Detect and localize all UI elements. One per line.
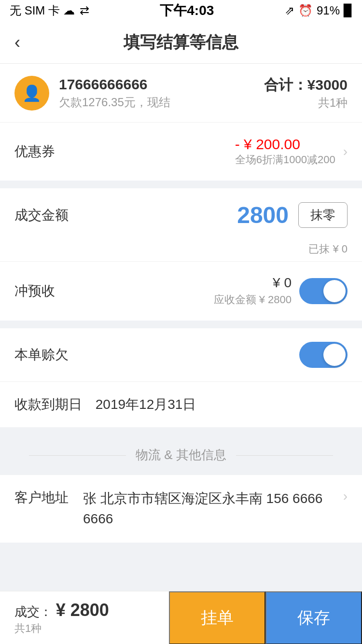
avatar-icon: 👤 <box>22 84 42 102</box>
deal-amount-row: 成交金额 2800 抹零 <box>0 188 362 242</box>
deal-amount-value: 2800 <box>237 202 289 228</box>
user-phone: 17666666666 <box>59 76 170 93</box>
total-count: 共1种 <box>264 95 348 111</box>
discount-value: - ¥ 200.00 <box>235 136 335 153</box>
bottom-deal-amount: ¥ 2800 <box>56 600 109 620</box>
credit-row: 本单赊欠 <box>0 328 362 381</box>
discount-chevron-icon: › <box>343 144 348 159</box>
due-date-row: 收款到期日 2019年12月31日 <box>0 381 362 427</box>
user-details: 17666666666 欠款1276.35元，现结 <box>59 76 170 110</box>
deal-amount-right: 2800 抹零 <box>237 202 348 228</box>
flush-prepay-value: ¥ 0 <box>214 275 292 291</box>
address-row[interactable]: 客户地址 张 北京市市辖区海淀区永丰南 156 6666 6666 › <box>0 475 362 543</box>
bottom-bar: 成交： ¥ 2800 共1种 挂单 保存 <box>0 591 362 644</box>
total-amount: 合计：¥3000 <box>264 75 348 95</box>
due-date-label-text: 收款到期日 <box>14 397 82 412</box>
status-bar: 无 SIM 卡 ☁ ⇄ 下午4:03 ⇗ ⏰ 91% ▉ <box>0 0 362 21</box>
page-title: 填写结算等信息 <box>124 31 238 54</box>
bottom-deal-line: 成交： ¥ 2800 <box>14 600 169 620</box>
user-info-card: 👤 17666666666 欠款1276.35元，现结 合计：¥3000 共1种… <box>0 64 362 181</box>
flush-prepay-sub: 应收金额 ¥ 2800 <box>214 293 292 307</box>
deal-amount-section: 成交金额 2800 抹零 已抹 ¥ 0 冲预收 ¥ 0 应收金额 ¥ 2800 <box>0 188 362 321</box>
deal-amount-sub: 已抹 ¥ 0 <box>0 242 362 261</box>
save-button[interactable]: 保存 <box>265 591 362 644</box>
no-sim-text: 无 SIM 卡 ☁ <box>10 3 75 18</box>
logistics-header-text: 物流 & 其他信息 <box>126 447 236 463</box>
content-area: 👤 17666666666 欠款1276.35元，现结 合计：¥3000 共1种… <box>0 64 362 644</box>
status-right: ⇗ ⏰ 91% ▉ <box>285 4 352 17</box>
status-left: 无 SIM 卡 ☁ ⇄ <box>10 3 89 18</box>
address-label: 客户地址 <box>14 489 69 507</box>
location-icon: ⇗ <box>285 4 294 17</box>
credit-label: 本单赊欠 <box>14 346 69 364</box>
bottom-deal-label: 成交： <box>14 604 52 619</box>
hold-button[interactable]: 挂单 <box>169 591 265 644</box>
flush-prepay-toggle[interactable] <box>299 278 348 304</box>
battery-text: 91% <box>317 4 340 17</box>
discount-row[interactable]: 优惠券 - ¥ 200.00 全场6折满1000减200 › <box>0 122 362 181</box>
credit-section: 本单赊欠 收款到期日 2019年12月31日 <box>0 328 362 427</box>
address-chevron-icon: › <box>343 489 348 504</box>
due-date-label: 收款到期日 2019年12月31日 <box>14 395 196 414</box>
user-row: 👤 17666666666 欠款1276.35元，现结 合计：¥3000 共1种 <box>0 64 362 122</box>
flush-prepay-row: 冲预收 ¥ 0 应收金额 ¥ 2800 <box>0 261 362 321</box>
bottom-count: 共1种 <box>14 621 169 636</box>
battery-icon: ▉ <box>344 4 352 17</box>
wifi-icon: ⇄ <box>80 4 89 17</box>
discount-sub: 全场6折满1000减200 <box>235 153 335 167</box>
discount-value-group: - ¥ 200.00 全场6折满1000减200 <box>235 136 335 167</box>
back-button[interactable]: ‹ <box>14 32 20 53</box>
flush-prepay-values: ¥ 0 应收金额 ¥ 2800 <box>214 275 292 307</box>
address-value: 张 北京市市辖区海淀区永丰南 156 6666 6666 <box>83 489 343 529</box>
bottom-info: 成交： ¥ 2800 共1种 <box>0 600 169 636</box>
due-date-value: 2019年12月31日 <box>96 397 196 412</box>
deal-amount-label: 成交金额 <box>14 206 69 224</box>
nav-bar: ‹ 填写结算等信息 <box>0 21 362 64</box>
avatar: 👤 <box>14 76 49 111</box>
logistics-section-header: 物流 & 其他信息 <box>0 435 362 475</box>
alarm-icon: ⏰ <box>298 4 313 17</box>
discount-right: - ¥ 200.00 全场6折满1000减200 › <box>235 136 348 167</box>
flush-prepay-right: ¥ 0 应收金额 ¥ 2800 <box>214 275 348 307</box>
user-right: 合计：¥3000 共1种 <box>264 75 348 111</box>
credit-right <box>299 342 348 368</box>
discount-label: 优惠券 <box>14 142 55 161</box>
address-card: 客户地址 张 北京市市辖区海淀区永丰南 156 6666 6666 › <box>0 475 362 543</box>
round-button[interactable]: 抹零 <box>298 202 348 228</box>
user-sub: 欠款1276.35元，现结 <box>59 95 170 110</box>
flush-prepay-label: 冲预收 <box>14 282 55 300</box>
credit-toggle[interactable] <box>299 342 348 368</box>
user-left: 👤 17666666666 欠款1276.35元，现结 <box>14 76 170 111</box>
status-time: 下午4:03 <box>160 1 214 20</box>
